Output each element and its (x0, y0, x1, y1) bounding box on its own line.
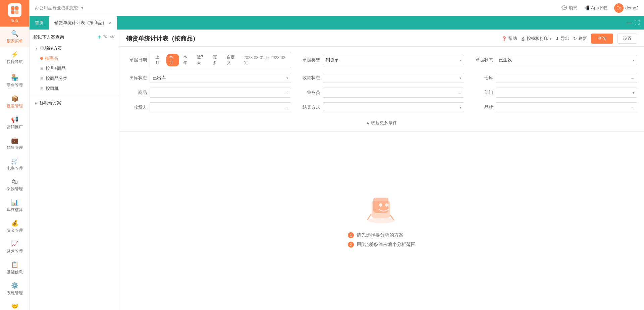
type-value: 销货单 (326, 57, 339, 63)
date-pill-current-month[interactable]: 本月 (166, 54, 179, 66)
payment-select[interactable]: ▾ (323, 102, 464, 112)
svg-rect-2 (11, 10, 14, 14)
tab-bar: 首页 销货单统计计表（按商品） ✕ — ⛶ (30, 16, 644, 30)
product-dots[interactable]: ··· (284, 90, 288, 95)
staff-dots[interactable]: ··· (458, 90, 461, 95)
message-label: 消息 (569, 5, 577, 11)
quicknav-icon: ⚡ (11, 51, 18, 58)
user-menu[interactable]: Ea demo2 (614, 3, 639, 13)
warehouse-dots[interactable]: ··· (631, 75, 634, 81)
nav-finance-label: 资金管理 (7, 228, 23, 234)
maximize-icon[interactable]: ⛶ (635, 20, 640, 26)
nav-purchase[interactable]: 🛍 采购管理 (0, 175, 29, 195)
nav-search[interactable]: 🔍 搜索菜单 (0, 27, 29, 47)
type-select[interactable]: 销货单 ▾ (323, 55, 464, 65)
receiver-dots[interactable]: ··· (284, 105, 288, 110)
tree-section-pc[interactable]: ▼ 电脑端方案 (30, 43, 119, 53)
export-btn[interactable]: ⬇ 导出 (555, 36, 569, 42)
user-label: demo2 (625, 5, 639, 10)
search-icon: 🔍 (11, 30, 18, 37)
tree-item-by-product[interactable]: 按商品 (30, 53, 119, 63)
app-download-btn[interactable]: 📲 App下载 (584, 5, 607, 11)
right-main: 销货单统计计表（按商品） ❓ 帮助 🖨 按模板打印 ▾ ⬇ 导出 (119, 30, 644, 310)
minimize-icon[interactable]: — (627, 20, 632, 26)
receive-status-control: ▾ (323, 73, 464, 83)
query-btn[interactable]: 查询 (591, 34, 613, 44)
marketing-icon: 📢 (11, 116, 18, 123)
collapse-btn[interactable]: ∧ 收起更多条件 (366, 120, 397, 126)
tree-item-by-month-product[interactable]: ⊞ 按月+商品 (30, 63, 119, 73)
nav-marketing[interactable]: 📢 营销推广 (0, 112, 29, 133)
settings-btn[interactable]: 设置 (617, 34, 637, 44)
help-label: 帮助 (508, 36, 517, 42)
filter-collapse: ∧ 收起更多条件 (126, 117, 637, 126)
nav-sales[interactable]: 💼 销售管理 (0, 133, 29, 154)
tree-item-by-company[interactable]: ⊟ 按司机 (30, 84, 119, 94)
nav-basic[interactable]: 📋 基础信息 (0, 258, 29, 278)
nav-enterprise[interactable]: 🤝 企业协同 (0, 299, 29, 310)
date-pill-more[interactable]: 更多 (210, 54, 223, 66)
tab-close-icon[interactable]: ✕ (109, 21, 112, 25)
status-select[interactable]: 已生效 ▾ (496, 55, 637, 65)
filter-product: 商品 ··· (126, 88, 291, 98)
by-category-icon: ⊟ (40, 76, 44, 81)
dept-select[interactable]: ▾ (496, 88, 637, 98)
refresh-btn[interactable]: ↻ 刷新 (573, 36, 587, 42)
help-icon: ❓ (501, 36, 507, 41)
date-pill-7days[interactable]: 近7天 (194, 54, 209, 66)
active-dot (40, 57, 43, 60)
nav-operations[interactable]: 📈 经营管理 (0, 237, 29, 258)
filter-dept: 部门 ▾ (472, 88, 637, 98)
logo-area[interactable]: 标版 (0, 0, 29, 27)
step-2-num: 2 (348, 242, 354, 248)
by-month-product-label: 按月+商品 (46, 65, 66, 71)
staff-select[interactable]: ··· (323, 88, 464, 98)
date-pill-year[interactable]: 本年 (180, 54, 193, 66)
top-header: 办公用品行业模拟账套 ▾ 💬 消息 📲 App下载 Ea demo2 (30, 0, 644, 16)
filter-receiver: 收货人 ··· (126, 102, 291, 112)
collapse-label: 收起更多条件 (371, 120, 397, 126)
logo-icon (8, 3, 21, 17)
nav-wholesale[interactable]: 📦 批发管理 (0, 92, 29, 112)
nav-finance[interactable]: 💰 资金管理 (0, 216, 29, 237)
nav-inventory[interactable]: 📊 库存核算 (0, 195, 29, 216)
help-btn[interactable]: ❓ 帮助 (501, 36, 517, 42)
brand-dots[interactable]: ··· (631, 105, 634, 110)
dept-label: 部门 (472, 90, 496, 96)
date-pill-custom[interactable]: 自定义 (224, 54, 240, 66)
receive-status-select[interactable]: ▾ (323, 73, 464, 83)
nav-system[interactable]: ⚙️ 系统管理 (0, 278, 29, 299)
brand-select[interactable]: ··· (496, 102, 637, 112)
edit-scheme-icon[interactable]: ✎ (103, 34, 107, 41)
tab-home[interactable]: 首页 (30, 16, 49, 30)
finance-icon: 💰 (11, 219, 18, 227)
by-category-label: 按商品分类 (46, 75, 67, 82)
basic-icon: 📋 (11, 261, 18, 268)
empty-step-2: 2 用[过滤]条件来缩小分析范围 (348, 242, 416, 248)
out-status-select[interactable]: 已出库 ▾ (150, 73, 291, 83)
collapse-panel-icon[interactable]: ≪ (109, 34, 115, 41)
date-range-picker[interactable]: 上月 本月 本年 近7天 更多 自定义 2023-03-01 至 2023-03… (150, 52, 291, 68)
print-arrow-icon: ▾ (550, 37, 551, 41)
print-btn[interactable]: 🖨 按模板打印 ▾ (521, 36, 551, 42)
nav-retail-label: 零售管理 (7, 83, 23, 88)
tree-section-mobile[interactable]: ▶ 移动端方案 (30, 98, 119, 108)
nav-quicknav[interactable]: ⚡ 快捷导航 (0, 47, 29, 68)
by-company-icon: ⊟ (40, 86, 44, 91)
filter-status: 单据状态 已生效 ▾ (472, 55, 637, 65)
nav-retail[interactable]: 🏪 零售管理 (0, 71, 29, 92)
industry-selector[interactable]: 办公用品行业模拟账套 ▾ (35, 5, 84, 11)
date-pill-prev-month[interactable]: 上月 (153, 54, 165, 66)
product-select[interactable]: ··· (150, 88, 291, 98)
message-btn[interactable]: 💬 消息 (561, 5, 577, 11)
warehouse-select[interactable]: ··· (496, 73, 637, 83)
tree-item-by-category[interactable]: ⊟ 按商品分类 (30, 73, 119, 84)
filter-payment: 结算方式 ▾ (299, 102, 464, 112)
receiver-select[interactable]: ··· (150, 102, 291, 112)
tab-sales-stats[interactable]: 销货单统计计表（按商品） ✕ (49, 16, 117, 30)
message-icon: 💬 (561, 5, 567, 10)
nav-ecommerce[interactable]: 🛒 电商管理 (0, 154, 29, 175)
add-scheme-icon[interactable]: + (97, 34, 101, 41)
sidebar: 标版 🔍 搜索菜单 ⚡ 快捷导航 🏪 零售管理 📦 批发管理 📢 营销推广 💼 … (0, 0, 30, 310)
filter-row-4: 收货人 ··· 结算方式 ▾ (126, 102, 637, 112)
